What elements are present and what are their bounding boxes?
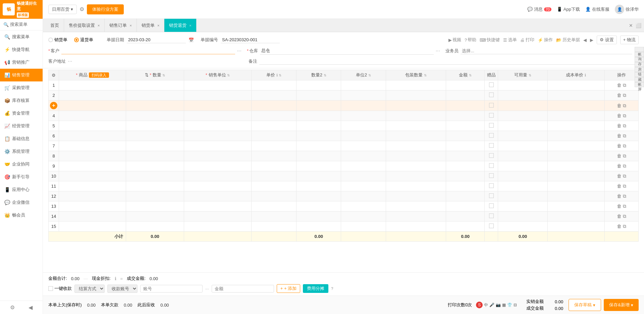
product-cell-7[interactable]	[59, 141, 126, 151]
unit-cell-12[interactable]	[184, 191, 251, 201]
qty2-cell-14[interactable]	[297, 211, 341, 222]
price-cell-8[interactable]	[252, 151, 297, 161]
sidebar-item-purchase[interactable]: 🛒采购管理	[0, 81, 43, 94]
copy-icon-2[interactable]: ⧉	[623, 92, 626, 98]
available-cell-6[interactable]	[498, 131, 547, 141]
cost-price-cell-1[interactable]	[547, 80, 604, 90]
unit-cell-15[interactable]	[184, 222, 251, 232]
price-cell-15[interactable]	[252, 222, 297, 232]
tab-2[interactable]: 销售订单×	[105, 19, 137, 32]
sidebar-item-basic[interactable]: 📋基础信息	[0, 132, 43, 145]
pack-qty-cell-4[interactable]	[386, 111, 446, 121]
select-order-btn[interactable]: ☰ 选单	[503, 37, 517, 43]
scan-btn[interactable]: 扫码录入	[89, 72, 109, 78]
nav-prev-icon[interactable]: ◀	[583, 38, 587, 43]
pack-qty-cell-7[interactable]	[386, 141, 446, 151]
copy-icon-13[interactable]: ⧉	[623, 203, 626, 209]
available-cell-12[interactable]	[498, 191, 547, 201]
available-cell-4[interactable]	[498, 111, 547, 121]
close-all-icon[interactable]: ✕	[629, 23, 633, 28]
qty2-sort[interactable]: ⇅	[324, 73, 326, 77]
split-help-icon[interactable]: ?	[331, 287, 333, 291]
gift-cell-13[interactable]	[485, 201, 498, 211]
pack-qty-cell-12[interactable]	[386, 191, 446, 201]
gift-checkbox-11[interactable]	[489, 183, 494, 188]
product-cell-8[interactable]	[59, 151, 126, 161]
product-cell-1[interactable]	[59, 80, 126, 90]
delete-icon-9[interactable]: 🗑	[617, 163, 622, 169]
sidebar-item-shortcut[interactable]: ⚡快捷导航	[0, 43, 43, 56]
gift-cell-14[interactable]	[485, 211, 498, 222]
available-cell-3[interactable]	[498, 101, 547, 111]
amount-cell-1[interactable]	[446, 80, 485, 90]
amount-cell-9[interactable]	[446, 161, 485, 171]
product-input-3[interactable]	[60, 103, 124, 108]
unit2-cell-8[interactable]	[341, 151, 386, 161]
unit-cell-10[interactable]	[184, 171, 251, 181]
serial-input[interactable]	[221, 37, 280, 43]
qty2-cell-8[interactable]	[297, 151, 341, 161]
copy-icon-10[interactable]: ⧉	[623, 173, 626, 179]
qty-cell-8[interactable]	[126, 151, 184, 161]
amount-cell-13[interactable]	[446, 201, 485, 211]
right-float-btn-7[interactable]: 屏	[635, 82, 644, 87]
unit2-cell-2[interactable]	[341, 90, 386, 101]
pack-qty-cell-15[interactable]	[386, 222, 446, 232]
copy-icon-9[interactable]: ⧉	[623, 163, 626, 169]
sidebar-item-marketing[interactable]: 📢营销推广	[0, 56, 43, 69]
gift-checkbox-1[interactable]	[489, 82, 494, 87]
available-cell-15[interactable]	[498, 222, 547, 232]
delete-icon-14[interactable]: 🗑	[617, 213, 622, 219]
gift-checkbox-14[interactable]	[489, 213, 494, 218]
settings-form-btn[interactable]: ⚙ 设置	[597, 36, 617, 44]
delete-icon-2[interactable]: 🗑	[617, 92, 622, 98]
right-float-btn-0[interactable]: 帐	[635, 47, 644, 52]
gift-cell-5[interactable]	[485, 121, 498, 131]
right-float-btn-4[interactable]: 链	[635, 67, 644, 72]
sidebar-item-newbie[interactable]: 🎯新手引导	[0, 171, 43, 183]
product-cell-9[interactable]	[59, 161, 126, 171]
tab-3[interactable]: 销货单×	[137, 19, 164, 32]
product-cell-10[interactable]	[59, 171, 126, 181]
settings-col-header[interactable]: ⚙	[49, 70, 59, 80]
qty2-cell-6[interactable]	[297, 131, 341, 141]
price-cell-12[interactable]	[252, 191, 297, 201]
qty-cell-13[interactable]	[126, 201, 184, 211]
cost-price-cell-8[interactable]	[547, 151, 604, 161]
cost-price-cell-6[interactable]	[547, 131, 604, 141]
available-cell-5[interactable]	[498, 121, 547, 131]
price-cell-7[interactable]	[252, 141, 297, 151]
cost-price-cell-12[interactable]	[547, 191, 604, 201]
pack-qty-cell-10[interactable]	[386, 171, 446, 181]
qty-cell-3[interactable]	[126, 101, 184, 111]
right-float-btn-6[interactable]: 帐	[635, 77, 644, 82]
salesperson-input[interactable]	[461, 48, 632, 54]
copy-icon-15[interactable]: ⧉	[623, 224, 626, 229]
sidebar-item-search[interactable]: 🔍搜索菜单	[0, 30, 43, 43]
cost-price-cell-15[interactable]	[547, 222, 604, 232]
delete-icon-1[interactable]: 🗑	[617, 82, 622, 88]
amount-cell-11[interactable]	[446, 181, 485, 191]
qty-cell-2[interactable]	[126, 90, 184, 101]
unit2-cell-5[interactable]	[341, 121, 386, 131]
unit2-cell-12[interactable]	[341, 191, 386, 201]
gift-checkbox-8[interactable]	[489, 153, 494, 158]
unit-sort[interactable]: ⇅	[227, 73, 230, 77]
gift-checkbox-13[interactable]	[489, 203, 494, 208]
cost-price-cell-2[interactable]	[547, 90, 604, 101]
cost-price-cell-10[interactable]	[547, 171, 604, 181]
amount-cell-6[interactable]	[446, 131, 485, 141]
sidebar-search[interactable]: 🔍 搜索菜单	[0, 19, 43, 30]
delete-icon-11[interactable]: 🗑	[617, 183, 622, 189]
price-sort[interactable]: ⇅	[279, 73, 281, 77]
one-click-pay-checkbox[interactable]: 一键收款	[48, 286, 72, 292]
amount-cell-7[interactable]	[446, 141, 485, 151]
qty2-cell-4[interactable]	[297, 111, 341, 121]
sidebar-item-wechat[interactable]: 💬企业微信	[0, 196, 43, 209]
product-cell-5[interactable]	[59, 121, 126, 131]
unit2-cell-6[interactable]	[341, 131, 386, 141]
qty-sort[interactable]: ⇅	[162, 73, 165, 77]
warehouse-dots[interactable]: ···	[436, 48, 440, 54]
qty2-cell-11[interactable]	[297, 181, 341, 191]
gift-cell-3[interactable]	[485, 101, 498, 111]
